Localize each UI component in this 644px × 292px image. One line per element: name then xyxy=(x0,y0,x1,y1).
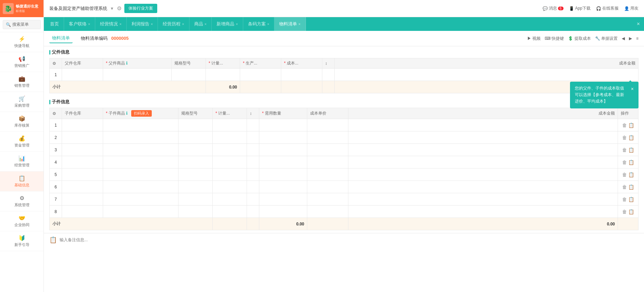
child-unit-cost-cell[interactable] xyxy=(307,119,348,131)
shortcut-button[interactable]: ⌨ 快捷键 xyxy=(545,36,564,42)
tab-close-all-icon[interactable]: × xyxy=(637,21,640,27)
child-spec-cell[interactable] xyxy=(178,168,213,181)
tab-close-icon[interactable]: × xyxy=(151,22,153,26)
child-goods-cell[interactable] xyxy=(103,131,178,144)
tab-close-icon[interactable]: × xyxy=(267,22,269,26)
parent-warehouse-cell[interactable] xyxy=(62,69,103,81)
search-menu-button[interactable]: 🔍 搜索菜单 xyxy=(3,20,41,29)
delete-icon[interactable]: 🗑 xyxy=(622,209,627,214)
scan-input-button[interactable]: 扫码录入 xyxy=(131,110,152,117)
th-child-sort[interactable]: ↕ xyxy=(247,108,259,119)
child-warehouse-cell[interactable] xyxy=(62,168,103,181)
th-sort[interactable]: ↕ xyxy=(322,58,335,69)
sidebar-item-purchase[interactable]: 🛒 采购管理 xyxy=(0,92,44,112)
sidebar-search[interactable]: 🔍 搜索菜单 xyxy=(0,17,44,32)
child-warehouse-cell[interactable] xyxy=(62,144,103,156)
child-quantity-cell[interactable] xyxy=(259,193,307,206)
tab-history[interactable]: 经营历程 × xyxy=(158,17,189,31)
view-button[interactable]: ▶ 视频 xyxy=(527,36,541,42)
sidebar-item-finance[interactable]: 💰 资金管理 xyxy=(0,132,44,152)
child-quantity-cell[interactable] xyxy=(259,144,307,156)
delete-icon[interactable]: 🗑 xyxy=(622,184,627,190)
child-goods-cell[interactable] xyxy=(103,156,178,168)
tab-customer[interactable]: 客户联络 × xyxy=(64,17,95,31)
child-quantity-cell[interactable] xyxy=(259,168,307,181)
copy-icon[interactable]: 📋 xyxy=(628,122,634,128)
sidebar-item-cooperation[interactable]: 🤝 企业协同 xyxy=(0,211,44,231)
child-spec-cell[interactable] xyxy=(178,193,213,206)
user-menu-button[interactable]: 👤 用友 xyxy=(624,5,639,11)
child-quantity-cell[interactable] xyxy=(259,181,307,193)
sub-nav-bom-list[interactable]: 物料清单 xyxy=(49,34,73,43)
child-goods-cell[interactable] xyxy=(103,206,178,218)
tab-close-icon[interactable]: × xyxy=(236,22,238,26)
copy-icon[interactable]: 📋 xyxy=(628,135,634,140)
delete-icon[interactable]: 🗑 xyxy=(622,172,627,177)
child-unit-cell[interactable] xyxy=(213,131,247,144)
tab-home[interactable]: 首页 xyxy=(45,17,64,31)
copy-icon[interactable]: 📋 xyxy=(628,172,634,177)
child-quantity-cell[interactable] xyxy=(259,131,307,144)
child-warehouse-cell[interactable] xyxy=(62,181,103,193)
tab-goods[interactable]: 商品 × xyxy=(189,17,212,31)
sidebar-item-quick-nav[interactable]: ⚡ 快捷导航 xyxy=(0,32,44,52)
extract-cost-button[interactable]: 💲 提取成本 xyxy=(568,36,591,42)
nav-prev-icon[interactable]: ◀ xyxy=(622,36,625,41)
child-unit-cell[interactable] xyxy=(213,168,247,181)
child-warehouse-cell[interactable] xyxy=(62,131,103,144)
child-warehouse-cell[interactable] xyxy=(62,193,103,206)
child-warehouse-cell[interactable] xyxy=(62,119,103,131)
child-unit-cost-cell[interactable] xyxy=(307,193,348,206)
child-unit-cell[interactable] xyxy=(213,119,247,131)
th-child-settings[interactable]: ⚙ xyxy=(50,108,62,119)
child-spec-cell[interactable] xyxy=(178,144,213,156)
dropdown-icon[interactable]: ▼ xyxy=(110,6,114,11)
tab-operations-status[interactable]: 经营情况 × xyxy=(95,17,126,31)
message-button[interactable]: 💬 消息 6 xyxy=(543,5,564,11)
child-goods-cell[interactable] xyxy=(103,119,178,131)
tab-bom[interactable]: 物料清单 × xyxy=(274,17,306,31)
th-settings[interactable]: ⚙ xyxy=(50,58,62,69)
child-unit-cell[interactable] xyxy=(213,181,247,193)
child-unit-cell[interactable] xyxy=(213,144,247,156)
nav-next-icon[interactable]: ▶ xyxy=(629,36,632,41)
parent-goods-cell[interactable] xyxy=(103,69,172,81)
cost-cell[interactable] xyxy=(281,69,322,81)
child-unit-cost-cell[interactable] xyxy=(307,168,348,181)
child-unit-cell[interactable] xyxy=(213,193,247,206)
settings-button[interactable]: ⚙ xyxy=(117,5,122,12)
experience-btn[interactable]: 体验行业方案 xyxy=(124,4,157,13)
tab-close-icon[interactable]: × xyxy=(205,22,207,26)
delete-icon[interactable]: 🗑 xyxy=(622,160,627,165)
sidebar-item-operations[interactable]: 📊 经营管理 xyxy=(0,152,44,172)
tab-close-icon[interactable]: × xyxy=(182,22,184,26)
child-goods-cell[interactable] xyxy=(103,181,178,193)
sidebar-item-system[interactable]: ⚙ 系统管理 xyxy=(0,191,44,211)
delete-icon[interactable]: 🗑 xyxy=(622,197,627,202)
child-unit-cell[interactable] xyxy=(213,206,247,218)
online-service-button[interactable]: 🎧 在线客服 xyxy=(596,5,619,11)
sidebar-item-basic-info[interactable]: 📋 基础信息 xyxy=(0,172,44,191)
delete-icon[interactable]: 🗑 xyxy=(622,122,627,128)
info-icon[interactable]: ℹ xyxy=(126,61,128,66)
tab-close-icon[interactable]: × xyxy=(119,22,121,26)
tab-close-icon[interactable]: × xyxy=(298,22,300,26)
spec-cell[interactable] xyxy=(172,69,206,81)
sidebar-item-guide[interactable]: 🔰 新手引导 xyxy=(0,231,44,251)
sidebar-item-inventory[interactable]: 📦 库存核算 xyxy=(0,112,44,132)
child-spec-cell[interactable] xyxy=(178,156,213,168)
child-warehouse-cell[interactable] xyxy=(62,206,103,218)
child-goods-cell[interactable] xyxy=(103,168,178,181)
tab-new-goods[interactable]: 新增商品 × xyxy=(212,17,243,31)
delete-icon[interactable]: 🗑 xyxy=(622,135,627,140)
tab-close-icon[interactable]: × xyxy=(88,22,90,26)
child-goods-cell[interactable] xyxy=(103,193,178,206)
tab-barcode[interactable]: 条码方案 × xyxy=(243,17,274,31)
grid-view-icon[interactable]: ≡ xyxy=(636,36,639,41)
produce-cell[interactable] xyxy=(240,69,281,81)
sidebar-item-marketing[interactable]: 📢 营销推广 xyxy=(0,52,44,72)
copy-icon[interactable]: 📋 xyxy=(628,147,634,153)
sidebar-item-sales[interactable]: 💼 销售管理 xyxy=(0,72,44,92)
notes-input[interactable] xyxy=(60,237,639,242)
delete-icon[interactable]: 🗑 xyxy=(622,147,627,153)
